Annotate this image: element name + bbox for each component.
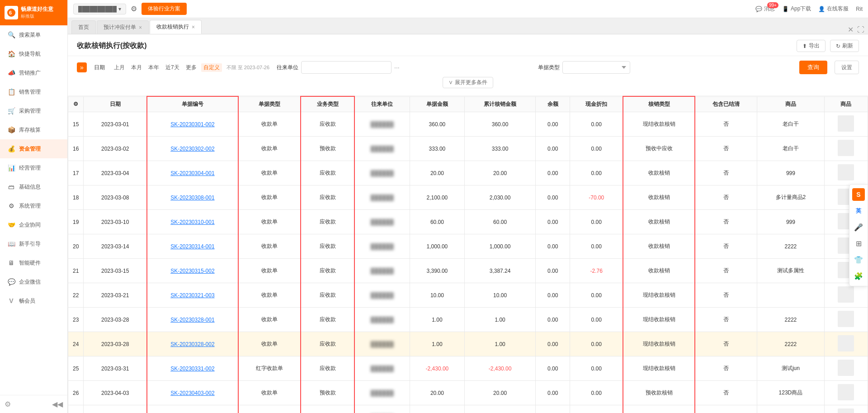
tab-close-icon[interactable]: ×	[192, 24, 195, 30]
gear-icon[interactable]: ⚙	[131, 5, 137, 13]
message-badge: 99+	[767, 2, 778, 8]
row-goods: 999	[757, 161, 824, 185]
row-bill-type: 收款单	[238, 210, 301, 234]
table-header-row: ⚙ 日期 单据编号 单据类型 业务类型 往来单位 单据金额 累计核销金额 余额 …	[68, 96, 868, 112]
row-verify-amount: 333.00	[465, 137, 536, 161]
table-row: 19 2023-03-10 SK-20230310-001 收款单 应收款 ██…	[68, 210, 868, 234]
filter-expand-button[interactable]: »	[77, 62, 87, 72]
query-button[interactable]: 查询	[799, 61, 827, 74]
col-settings-icon[interactable]: ⚙	[73, 101, 78, 107]
s-logo-btn[interactable]: S	[852, 188, 865, 201]
sidebar-item-member[interactable]: V 畅会员	[0, 291, 67, 310]
logo-badge: 标推版	[21, 13, 53, 19]
sidebar-item-operations[interactable]: 📊 经营管理	[0, 158, 67, 177]
this-year-btn[interactable]: 本年	[146, 63, 161, 72]
sidebar-item-label: 快捷导航	[19, 50, 41, 58]
expand-tab-icon[interactable]: ⛶	[857, 26, 864, 34]
row-date: 2023-04-03	[84, 381, 147, 405]
sidebar-item-finance[interactable]: 💰 资金管理	[0, 139, 67, 158]
sidebar-item-system[interactable]: ⚙ 系统管理	[0, 196, 67, 215]
online-service-button[interactable]: 👤 在线客服	[818, 5, 849, 13]
last-7-days-btn[interactable]: 近7天	[164, 63, 181, 72]
refresh-button[interactable]: ↻ 刷新	[830, 40, 859, 52]
row-biz-type: 应收款	[301, 332, 354, 356]
row-date: 2023-03-31	[84, 356, 147, 381]
row-biz-type: 应收款	[301, 210, 354, 234]
expand-more-button[interactable]: ∨ 展开更多条件	[443, 77, 493, 88]
row-included: 否	[695, 234, 757, 259]
settings-icon[interactable]: ⚙	[5, 400, 11, 408]
tab-label: 首页	[78, 24, 89, 31]
english-icon[interactable]: 英	[852, 204, 865, 217]
this-month-btn[interactable]: 本月	[129, 63, 144, 72]
puzzle-icon[interactable]: 🧩	[852, 270, 865, 282]
sidebar-item-search[interactable]: 🔍 搜索菜单	[0, 25, 67, 44]
table-body: 15 2023-03-01 SK-20230301-002 收款单 应收款 ██…	[68, 112, 868, 413]
row-included: 否	[695, 185, 757, 210]
row-verify-type: 现结收款核销	[623, 356, 695, 381]
row-bill-type: 收款单	[238, 283, 301, 308]
mic-icon[interactable]: 🎤	[852, 221, 865, 233]
inventory-icon: 📦	[7, 126, 15, 134]
row-goods: 2222	[757, 308, 824, 332]
close-tab-icon[interactable]: ✕	[848, 25, 854, 34]
sidebar-item-label: 智能硬件	[19, 259, 41, 267]
row-no: 21	[68, 259, 84, 283]
refresh-icon: ↻	[836, 43, 840, 49]
row-goods	[757, 283, 824, 308]
grid-icon[interactable]: ⊞	[852, 237, 865, 250]
last-month-btn[interactable]: 上月	[112, 63, 127, 72]
sidebar-item-quick-nav[interactable]: 🏠 快捷导航	[0, 44, 67, 63]
row-bill-type: 红字收款单	[238, 356, 301, 381]
goods-image	[838, 408, 854, 413]
company-selector[interactable]: ██████████ ▾	[73, 4, 126, 14]
table-row: 22 2023-03-21 SK-20230321-003 收款单 应收款 ██…	[68, 283, 868, 308]
user-profile[interactable]: Rit	[856, 6, 863, 12]
app-download-button[interactable]: 📱 App下载	[782, 5, 811, 13]
sidebar-item-purchase[interactable]: 🛒 采购管理	[0, 101, 67, 120]
sidebar-item-sales[interactable]: 📋 销售管理	[0, 82, 67, 101]
row-biz-type: 预收款	[301, 137, 354, 161]
row-bill-no: SK-20230304-001	[147, 161, 238, 185]
row-goods: 老白干	[757, 112, 824, 137]
row-verify-amount: -2,430.00	[465, 356, 536, 381]
operations-icon: 📊	[7, 164, 15, 172]
sidebar-item-basic[interactable]: 🗃 基础信息	[0, 177, 67, 196]
col-amount-header: 单据金额	[410, 96, 464, 112]
tabs-right-actions: ✕ ⛶	[848, 25, 864, 34]
row-verify-amount: 60.00	[465, 210, 536, 234]
sidebar-item-marketing[interactable]: 📣 营销推广	[0, 63, 67, 82]
sidebar-item-guide[interactable]: 📖 新手引导	[0, 234, 67, 253]
sidebar-nav: 🔍 搜索菜单 🏠 快捷导航 📣 营销推广 📋 销售管理 🛒 采购管理 📦 库存核…	[0, 25, 67, 395]
export-button[interactable]: ⬆ 导出	[797, 40, 826, 52]
sidebar-item-hardware[interactable]: 🖥 智能硬件	[0, 253, 67, 272]
bill-type-select[interactable]	[562, 61, 630, 74]
row-biz-type: 预收款	[301, 381, 354, 405]
partner-input[interactable]	[301, 61, 392, 74]
bill-type-filter-wrap: 单据类型	[538, 61, 792, 74]
collapse-icon[interactable]: ◀◀	[52, 400, 63, 408]
row-cash-discount: 0.00	[570, 210, 623, 234]
row-bill-no: SK-20230315-002	[147, 259, 238, 283]
more-options-btn[interactable]: ···	[394, 64, 400, 71]
tab-home[interactable]: 首页	[71, 20, 96, 34]
message-button[interactable]: 💬 消息 99+	[755, 5, 775, 13]
more-date-btn[interactable]: 更多	[184, 63, 198, 72]
sidebar-item-wechat[interactable]: 💬 企业微信	[0, 272, 67, 291]
settings-button[interactable]: 设置	[835, 61, 859, 74]
sidebar-item-inventory[interactable]: 📦 库存核算	[0, 120, 67, 139]
solution-button[interactable]: 体验行业方案	[142, 3, 187, 15]
row-bill-no: SK-20230408-001	[147, 405, 238, 413]
row-biz-type: 应收款	[301, 405, 354, 413]
shirt-icon[interactable]: 👕	[852, 253, 865, 266]
sidebar-item-enterprise[interactable]: 🤝 企业协同	[0, 215, 67, 234]
custom-date-btn[interactable]: 自定义	[201, 63, 222, 72]
tab-advance-payment[interactable]: 预计冲应付单 ×	[97, 20, 149, 34]
tab-close-icon[interactable]: ×	[139, 24, 142, 31]
row-balance: 0.00	[536, 185, 570, 210]
settings-col-header[interactable]: ⚙	[68, 96, 84, 112]
tab-payment-verify[interactable]: 收款核销执行 ×	[150, 20, 202, 34]
sidebar-item-label: 经营管理	[19, 164, 41, 172]
row-verify-type: 收款核销	[623, 185, 695, 210]
row-cash-discount: 0.00	[570, 405, 623, 413]
